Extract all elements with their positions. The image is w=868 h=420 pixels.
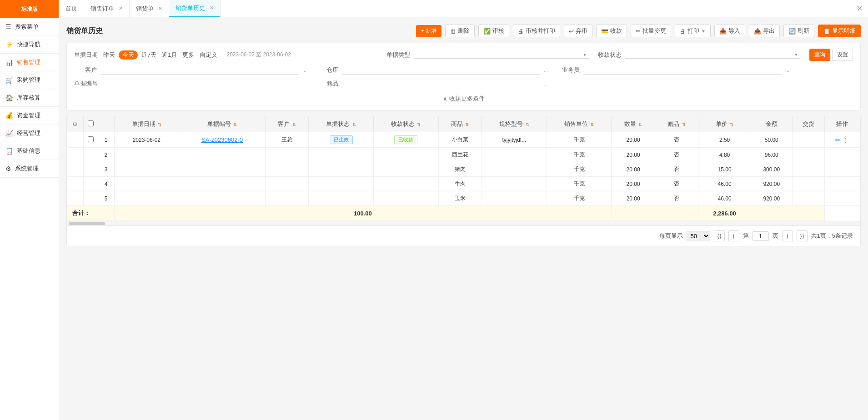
- warehouse-dots[interactable]: ...: [544, 67, 548, 73]
- sidebar-item-finance[interactable]: 💰 资金管理: [0, 107, 59, 125]
- tab-sales-delivery[interactable]: 销货单 ✕: [130, 0, 169, 17]
- tab-sales-order-close[interactable]: ✕: [119, 5, 123, 11]
- table-settings-icon[interactable]: ⚙: [72, 121, 78, 128]
- inventory-icon: 🏠: [5, 94, 13, 101]
- col-customer-header[interactable]: 客户 ⇅: [265, 116, 308, 132]
- data-table: ⚙ 单据日期 ⇅ 单据编号 ⇅: [67, 116, 860, 221]
- toolbar: + 新增 🗑 删除 ✅ 审核 🖨 审核并打印 ↩ 弃审: [416, 25, 861, 37]
- salesman-input[interactable]: [583, 65, 782, 75]
- customer-input[interactable]: [100, 65, 299, 75]
- tab-sales-history-close[interactable]: ✕: [210, 5, 214, 11]
- col-collectstatus-cell: 已收款: [373, 132, 438, 148]
- last-page-button[interactable]: ⟩⟩: [797, 230, 808, 241]
- customer-dots[interactable]: ...: [302, 67, 306, 73]
- sidebar-item-inventory[interactable]: 🏠 库存核算: [0, 89, 59, 107]
- doc-no-input[interactable]: [101, 79, 306, 88]
- export-icon: 📤: [754, 28, 761, 35]
- sidebar-item-purchase[interactable]: 🛒 采购管理: [0, 71, 59, 89]
- date-btn-7days[interactable]: 近7天: [140, 50, 158, 60]
- page-number-input[interactable]: [753, 231, 769, 241]
- import-button[interactable]: 📥 导入: [714, 25, 745, 37]
- page-content: 销货单历史 + 新增 🗑 删除 ✅ 审核 🖨 审核并打印 ↩ 弃审: [59, 17, 868, 420]
- col-check-cell: [83, 148, 98, 162]
- sidebar-item-operation[interactable]: 📈 经营管理: [0, 125, 59, 142]
- doc-no-link[interactable]: SA-20230602-0: [201, 136, 243, 143]
- col-check-cell: [83, 191, 98, 206]
- audit-button[interactable]: ✅ 审核: [478, 25, 509, 37]
- doc-no-field: 单据编号: [74, 79, 306, 88]
- col-quantity-label: 数量: [624, 120, 636, 127]
- refresh-button[interactable]: 🔄 刷新: [783, 25, 814, 37]
- date-btn-more[interactable]: 更多: [181, 50, 196, 60]
- print-dropdown-arrow: ▼: [701, 29, 706, 34]
- col-docstatus-header[interactable]: 单据状态 ⇅: [309, 116, 374, 132]
- prev-page-button[interactable]: ⟨: [728, 230, 739, 241]
- col-docdate-header[interactable]: 单据日期 ⇅: [114, 116, 179, 132]
- show-detail-icon: 📋: [823, 28, 830, 35]
- collapse-filter-button[interactable]: ∧ 收起更多条件: [443, 93, 485, 105]
- print-button[interactable]: 🖨 打印 ▼: [675, 25, 711, 37]
- horizontal-scroll-bar[interactable]: [67, 221, 860, 225]
- salesman-dots[interactable]: ...: [785, 67, 789, 73]
- new-button[interactable]: + 新增: [416, 25, 442, 37]
- show-detail-button[interactable]: 📋 显示明细: [818, 25, 861, 37]
- col-goods-cell: 牛肉: [438, 177, 482, 191]
- col-unit-cell: 千克: [547, 162, 612, 177]
- sys-admin-icon: ⚙: [5, 165, 11, 172]
- tab-home[interactable]: 首页: [59, 0, 84, 17]
- tab-sales-history[interactable]: 销货单历史 ✕: [169, 0, 221, 17]
- sidebar-item-search-menu[interactable]: ☰ 搜索菜单: [0, 18, 59, 36]
- sidebar-item-basic-info[interactable]: 📋 基础信息: [0, 142, 59, 160]
- edit-icon[interactable]: ✏: [835, 136, 841, 144]
- col-docno-header[interactable]: 单据编号 ⇅: [179, 116, 266, 132]
- col-collectstatus-header[interactable]: 收款状态 ⇅: [373, 116, 438, 132]
- col-amount-label: 金额: [766, 120, 778, 127]
- col-gift-sort-icon: ⇅: [682, 122, 686, 127]
- doc-type-select[interactable]: ▼: [414, 51, 589, 59]
- tab-sales-order[interactable]: 销售订单 ✕: [84, 0, 130, 17]
- collect-button[interactable]: 💳 收款: [596, 25, 627, 37]
- per-page-select[interactable]: 50 100 200: [687, 231, 710, 241]
- tab-sales-delivery-close[interactable]: ✕: [158, 5, 162, 11]
- goods-dots[interactable]: ...: [544, 81, 548, 86]
- col-price-header[interactable]: 单价 ⇅: [698, 116, 751, 132]
- first-page-button[interactable]: ⟨⟨: [714, 230, 725, 241]
- warehouse-input[interactable]: [342, 65, 540, 75]
- date-btn-custom[interactable]: 自定义: [198, 50, 219, 60]
- collect-status-select[interactable]: ▼: [625, 51, 800, 59]
- sidebar-item-sales[interactable]: 📊 销售管理: [0, 54, 59, 71]
- export-button[interactable]: 📤 导出: [749, 25, 780, 37]
- settings-button[interactable]: 设置: [832, 49, 853, 61]
- audit-print-button[interactable]: 🖨 审核并打印: [513, 25, 560, 37]
- doc-type-field: 单据类型 ▼: [386, 51, 589, 59]
- col-goods-cell: 小白菜: [438, 132, 482, 148]
- col-spec-cell: [482, 177, 547, 191]
- table-row: 3 猪肉 千克 20.00 否 15.00 300.00: [67, 162, 860, 177]
- row-checkbox[interactable]: [88, 136, 94, 142]
- col-price-cell: 4.80: [698, 148, 751, 162]
- query-button[interactable]: 查询: [809, 49, 830, 61]
- col-spec-header[interactable]: 规格型号 ⇅: [482, 116, 547, 132]
- date-btn-1month[interactable]: 近1月: [160, 50, 179, 60]
- col-goods-header[interactable]: 商品 ⇅: [438, 116, 482, 132]
- total-amount-cell: 2,286.00: [698, 206, 751, 221]
- col-unit-header[interactable]: 销售单位 ⇅: [547, 116, 612, 132]
- more-icon[interactable]: ⋮: [843, 136, 849, 144]
- page-label: 第: [743, 232, 749, 240]
- delete-button[interactable]: 🗑 删除: [445, 25, 475, 37]
- col-gift-header[interactable]: 赠品 ⇅: [655, 116, 698, 132]
- select-all-checkbox[interactable]: [88, 120, 94, 126]
- window-close-button[interactable]: ✕: [851, 4, 868, 13]
- batch-change-button[interactable]: ✏ 批量变更: [631, 25, 671, 37]
- sidebar-item-quick-nav[interactable]: ⚡ 快捷导航: [0, 36, 59, 54]
- date-btn-yesterday[interactable]: 昨天: [101, 50, 117, 60]
- col-quantity-header[interactable]: 数量 ⇅: [612, 116, 655, 132]
- date-btn-today[interactable]: 今天: [119, 50, 138, 60]
- abandon-button[interactable]: ↩ 弃审: [564, 25, 592, 37]
- goods-input[interactable]: [342, 79, 540, 88]
- import-icon: 📥: [719, 28, 727, 35]
- next-page-button[interactable]: ⟩: [782, 230, 793, 241]
- date-range-display: 2023-06-02 至 2023-06-02: [226, 51, 291, 59]
- sidebar-item-sys-admin[interactable]: ⚙ 系统管理: [0, 160, 59, 178]
- scroll-thumb[interactable]: [69, 222, 105, 225]
